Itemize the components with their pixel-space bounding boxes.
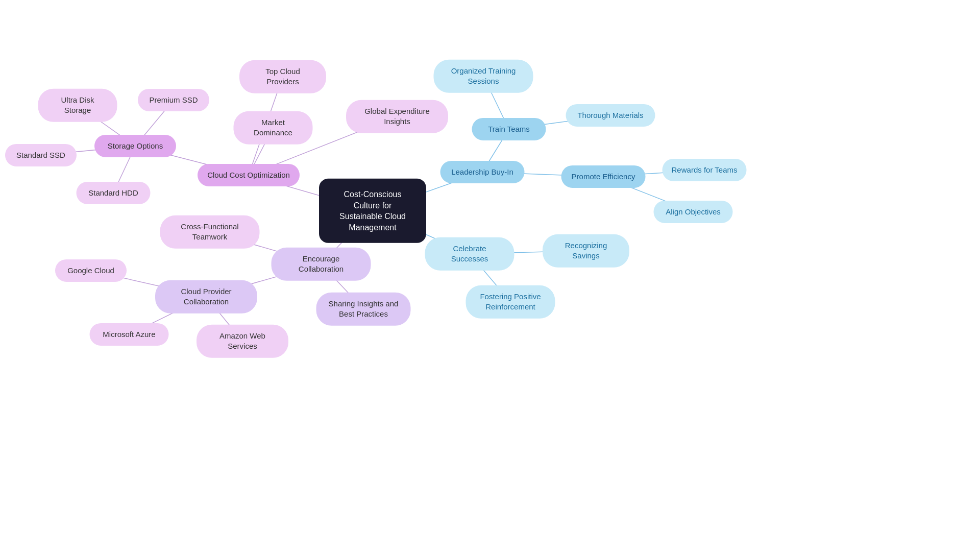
cloud-provider-collab-node[interactable]: Cloud Provider Collaboration: [155, 280, 257, 314]
global-expenditure-node[interactable]: Global Expenditure Insights: [346, 100, 448, 133]
storage-options-node[interactable]: Storage Options: [94, 135, 176, 157]
rewards-for-teams-node[interactable]: Rewards for Teams: [663, 159, 747, 181]
mindmap-container: Cost-Conscious Culture forSustainable Cl…: [0, 0, 980, 553]
organized-training-node[interactable]: Organized Training Sessions: [434, 60, 533, 93]
cloud-cost-opt-node[interactable]: Cloud Cost Optimization: [198, 164, 300, 186]
promote-efficiency-node[interactable]: Promote Efficiency: [561, 165, 646, 188]
ultra-disk-node[interactable]: Ultra Disk Storage: [38, 89, 117, 122]
standard-ssd-node[interactable]: Standard SSD: [5, 144, 77, 166]
align-objectives-node[interactable]: Align Objectives: [654, 201, 733, 223]
google-cloud-node[interactable]: Google Cloud: [55, 259, 127, 282]
market-dominance-node[interactable]: Market Dominance: [234, 111, 313, 145]
fostering-positive-node[interactable]: Fostering Positive Reinforcement: [466, 285, 555, 319]
train-teams-node[interactable]: Train Teams: [472, 118, 546, 140]
recognizing-savings-node[interactable]: Recognizing Savings: [543, 234, 629, 268]
encourage-collab-node[interactable]: Encourage Collaboration: [272, 248, 371, 281]
thorough-materials-node[interactable]: Thorough Materials: [566, 104, 655, 127]
sharing-insights-node[interactable]: Sharing Insights and Best Practices: [316, 293, 411, 326]
leadership-buyin-node[interactable]: Leadership Buy-In: [440, 161, 525, 183]
center-node[interactable]: Cost-Conscious Culture forSustainable Cl…: [319, 179, 426, 243]
top-cloud-providers-node[interactable]: Top Cloud Providers: [239, 60, 326, 93]
cross-functional-node[interactable]: Cross-Functional Teamwork: [160, 215, 260, 249]
microsoft-azure-node[interactable]: Microsoft Azure: [90, 323, 169, 346]
standard-hdd-node[interactable]: Standard HDD: [77, 182, 151, 204]
premium-ssd-node[interactable]: Premium SSD: [138, 89, 209, 111]
amazon-web-services-node[interactable]: Amazon Web Services: [197, 325, 288, 358]
celebrate-successes-node[interactable]: Celebrate Successes: [425, 237, 514, 271]
